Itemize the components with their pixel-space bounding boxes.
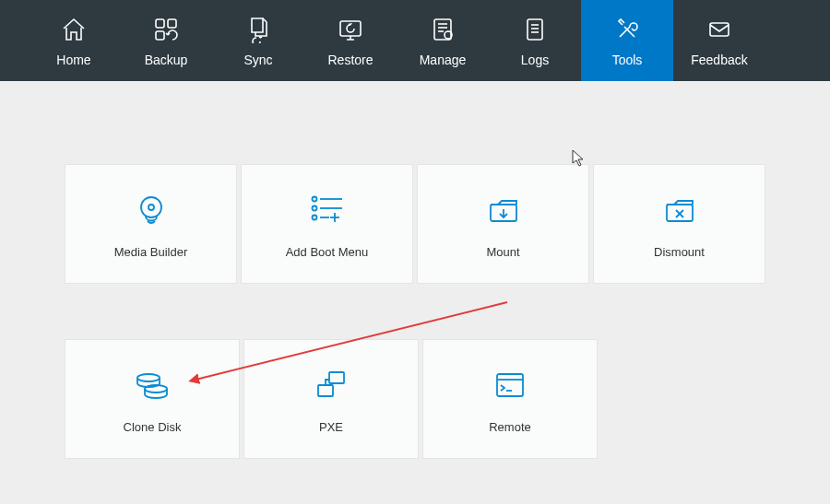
nav-tools[interactable]: Tools [581,0,673,81]
nav-sync[interactable]: Sync [212,0,304,81]
sync-icon [244,14,272,45]
svg-rect-13 [710,23,729,36]
backup-icon [152,14,180,45]
tile-label: Mount [486,245,519,259]
top-nav: Home Backup Sync [0,0,830,81]
svg-rect-4 [434,19,451,40]
svg-rect-2 [156,31,164,40]
tile-remote[interactable]: Remote [422,339,598,459]
logs-icon [521,14,549,45]
tools-icon [613,14,641,45]
tile-clone-disk[interactable]: Clone Disk [65,339,240,459]
nav-label: Tools [612,53,643,67]
home-icon [60,14,88,45]
svg-point-20 [312,215,316,219]
tools-row-1: Media Builder Add Boot Menu [65,164,765,284]
svg-rect-1 [168,19,176,28]
nav-label: Backup [145,53,188,67]
tile-dismount[interactable]: Dismount [593,164,765,284]
feedback-icon [706,14,733,45]
tile-label: PXE [319,420,343,434]
nav-backup[interactable]: Backup [120,0,212,81]
nav-label: Feedback [691,53,747,67]
nav-home[interactable]: Home [28,0,120,81]
tools-panel: Media Builder Add Boot Menu [0,81,830,459]
add-boot-menu-icon [307,190,348,230]
tile-add-boot-menu[interactable]: Add Boot Menu [241,164,413,284]
nav-manage[interactable]: Manage [397,0,489,81]
tile-media-builder[interactable]: Media Builder [65,164,237,284]
tile-label: Dismount [654,245,705,259]
nav-label: Logs [521,53,549,67]
tile-label: Media Builder [114,245,188,259]
svg-point-14 [141,197,161,217]
svg-point-18 [312,205,316,210]
manage-icon [429,14,456,45]
nav-logs[interactable]: Logs [489,0,581,81]
nav-label: Manage [420,53,467,67]
nav-label: Restore [327,53,373,67]
svg-rect-32 [318,385,333,396]
clone-disk-icon [132,365,172,405]
tile-label: Add Boot Menu [286,245,369,259]
nav-restore[interactable]: Restore [304,0,397,81]
dismount-icon [661,190,698,230]
nav-label: Sync [243,53,272,67]
svg-point-15 [148,205,154,210]
remote-icon [492,365,528,405]
svg-rect-9 [528,19,542,40]
tools-row-2: Clone Disk PXE [65,339,765,459]
tile-mount[interactable]: Mount [417,164,589,284]
mount-icon [485,190,522,230]
tile-label: Clone Disk [124,420,182,434]
tile-label: Remote [489,420,531,434]
nav-feedback[interactable]: Feedback [673,0,765,81]
svg-point-29 [137,374,160,381]
pxe-icon [311,365,351,405]
svg-rect-31 [329,372,344,383]
tile-pxe[interactable]: PXE [243,339,419,459]
media-builder-icon [133,190,170,230]
nav-label: Home [56,53,90,67]
restore-icon [337,14,364,45]
svg-point-16 [312,196,316,201]
svg-rect-0 [156,19,164,28]
